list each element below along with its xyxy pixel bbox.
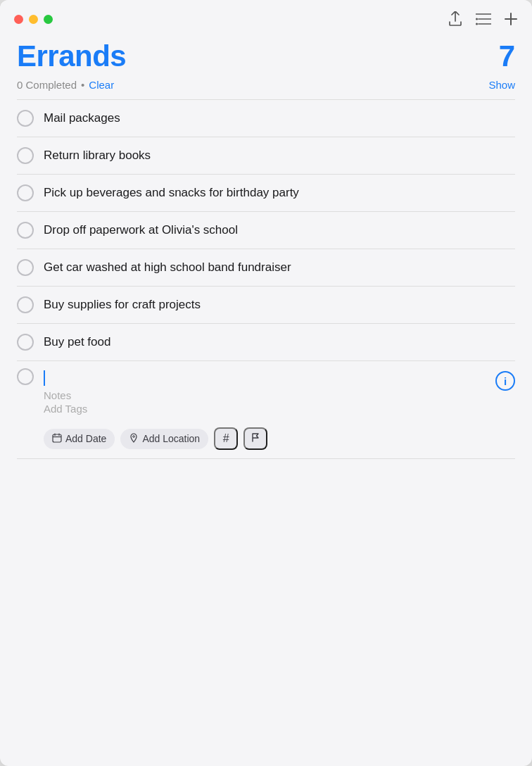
task-text-6: Buy supplies for craft projects xyxy=(44,298,515,312)
task-checkbox-5[interactable] xyxy=(17,259,34,276)
app-title: Errands xyxy=(17,39,126,73)
svg-rect-7 xyxy=(53,434,61,442)
list-item: Buy supplies for craft projects xyxy=(17,287,515,324)
task-checkbox-7[interactable] xyxy=(17,334,34,351)
info-icon-wrap: i xyxy=(495,368,515,391)
info-icon[interactable]: i xyxy=(495,371,515,391)
task-checkbox-6[interactable] xyxy=(17,296,34,313)
content-area: Errands 7 0 Completed • Clear Show Mail … xyxy=(0,32,532,459)
header-row: Errands 7 xyxy=(17,32,515,77)
svg-point-11 xyxy=(133,435,135,437)
add-date-button[interactable]: Add Date xyxy=(44,429,115,449)
new-item-row: Notes Add Tags i xyxy=(17,361,515,459)
maximize-button[interactable] xyxy=(44,15,53,24)
add-date-label: Add Date xyxy=(65,433,106,444)
list-icon[interactable] xyxy=(476,13,491,25)
hashtag-icon: # xyxy=(223,432,229,445)
notes-placeholder[interactable]: Notes xyxy=(44,389,486,401)
list-item: Get car washed at high school band fundr… xyxy=(17,249,515,287)
new-item-content: Notes Add Tags xyxy=(44,368,486,422)
task-text-2: Return library books xyxy=(44,149,515,163)
text-cursor xyxy=(44,370,45,386)
list-item: Drop off paperwork at Olivia's school xyxy=(17,212,515,249)
task-text-5: Get car washed at high school band fundr… xyxy=(44,260,515,275)
list-item: Pick up beverages and snacks for birthda… xyxy=(17,175,515,212)
new-item-actions: Add Date Add Location # xyxy=(17,422,515,458)
close-button[interactable] xyxy=(14,15,23,24)
task-checkbox-2[interactable] xyxy=(17,147,34,164)
task-checkbox-3[interactable] xyxy=(17,184,34,201)
task-checkbox-4[interactable] xyxy=(17,222,34,239)
show-button[interactable]: Show xyxy=(488,79,515,91)
task-count: 7 xyxy=(499,39,515,73)
list-item: Buy pet food xyxy=(17,324,515,361)
task-text-3: Pick up beverages and snacks for birthda… xyxy=(44,186,515,200)
list-item: Return library books xyxy=(17,137,515,175)
new-item-checkbox[interactable] xyxy=(17,368,34,385)
completed-left: 0 Completed • Clear xyxy=(17,79,114,91)
calendar-icon xyxy=(52,433,62,445)
titlebar xyxy=(0,0,532,32)
clear-button[interactable]: Clear xyxy=(89,79,114,91)
task-text-7: Buy pet food xyxy=(44,335,515,349)
new-item-top: Notes Add Tags i xyxy=(17,368,515,422)
location-icon xyxy=(129,433,139,445)
main-window: Errands 7 0 Completed • Clear Show Mail … xyxy=(0,0,532,766)
flag-button[interactable] xyxy=(243,427,267,450)
svg-point-3 xyxy=(476,18,478,20)
tags-placeholder[interactable]: Add Tags xyxy=(44,403,486,415)
completed-row: 0 Completed • Clear Show xyxy=(17,77,515,92)
list-item: Mail packages xyxy=(17,100,515,137)
task-text-1: Mail packages xyxy=(44,111,515,125)
separator-dot: • xyxy=(81,79,84,91)
add-location-label: Add Location xyxy=(142,433,200,444)
task-checkbox-1[interactable] xyxy=(17,110,34,127)
completed-count: 0 Completed xyxy=(17,79,77,91)
task-text-4: Drop off paperwork at Olivia's school xyxy=(44,223,515,237)
share-icon[interactable] xyxy=(448,11,463,27)
task-list: Mail packages Return library books Pick … xyxy=(17,99,515,459)
traffic-lights xyxy=(14,15,53,24)
add-location-button[interactable]: Add Location xyxy=(120,429,208,449)
add-icon[interactable] xyxy=(504,12,518,26)
hashtag-button[interactable]: # xyxy=(214,427,238,450)
svg-point-4 xyxy=(476,23,478,25)
minimize-button[interactable] xyxy=(29,15,38,24)
new-item-input-area[interactable] xyxy=(44,368,486,388)
titlebar-actions xyxy=(448,11,518,27)
flag-icon xyxy=(251,432,261,446)
